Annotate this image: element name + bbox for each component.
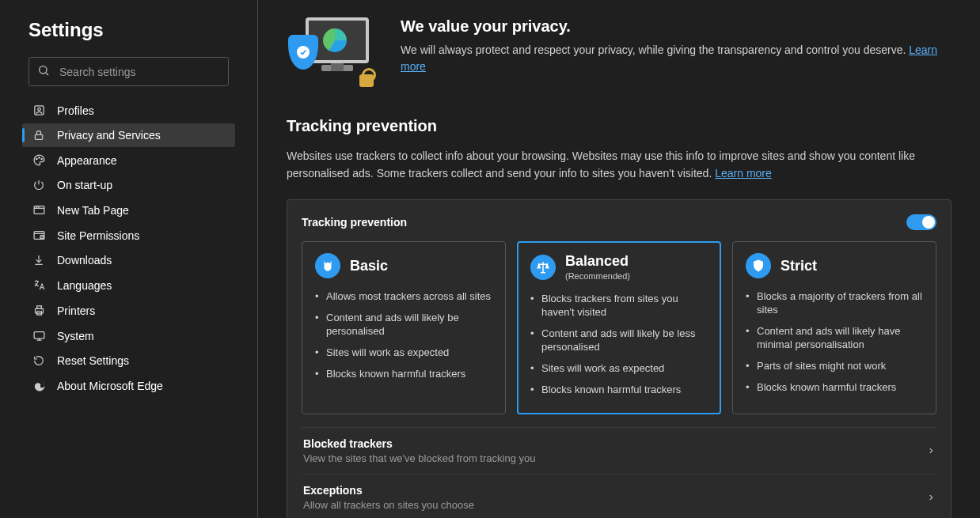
settings-sidebar: Settings Profiles Privacy and Services A… xyxy=(0,0,258,518)
svg-point-7 xyxy=(40,158,41,159)
sidebar-item-privacy[interactable]: Privacy and Services xyxy=(22,123,235,147)
svg-rect-17 xyxy=(36,306,41,309)
card-point: Blocks known harmful trackers xyxy=(530,380,708,401)
sidebar-item-label: Printers xyxy=(57,304,95,317)
tracking-level-cards: Basic Allows most trackers across all si… xyxy=(302,241,936,414)
sidebar-nav: Profiles Privacy and Services Appearance… xyxy=(0,97,257,399)
sidebar-item-label: System xyxy=(57,330,94,342)
permissions-icon xyxy=(32,229,46,242)
newtab-icon xyxy=(32,203,46,217)
svg-point-5 xyxy=(36,158,36,159)
sidebar-item-printers[interactable]: Printers xyxy=(22,298,235,323)
sidebar-item-profiles[interactable]: Profiles xyxy=(22,98,235,123)
exceptions-row[interactable]: Exceptions Allow all trackers on sites y… xyxy=(302,474,936,518)
sidebar-item-label: Appearance xyxy=(57,154,117,167)
privacy-hero: We value your privacy. We will always pr… xyxy=(287,17,952,89)
power-icon xyxy=(32,179,46,191)
sidebar-item-label: Languages xyxy=(57,279,112,292)
search-box[interactable] xyxy=(28,57,229,86)
tracking-section-title: Tracking prevention xyxy=(287,117,952,135)
printer-icon xyxy=(32,304,46,317)
sidebar-item-system[interactable]: System xyxy=(22,323,235,348)
profile-icon xyxy=(32,104,46,117)
reset-icon xyxy=(32,354,46,367)
page-title: Settings xyxy=(0,19,257,57)
hero-body: We will always protect and respect your … xyxy=(401,42,952,75)
card-subtitle: (Recommended) xyxy=(565,271,630,281)
svg-line-1 xyxy=(46,73,48,75)
svg-point-0 xyxy=(40,66,47,74)
sidebar-item-label: About Microsoft Edge xyxy=(57,380,163,392)
row-title: Blocked trackers xyxy=(303,437,535,450)
tracking-card-balanced[interactable]: Balanced (Recommended) Blocks trackers f… xyxy=(517,241,721,414)
row-subtitle: View the sites that we've blocked from t… xyxy=(303,452,535,464)
blocked-trackers-row[interactable]: Blocked trackers View the sites that we'… xyxy=(302,427,936,474)
svg-point-6 xyxy=(38,157,39,158)
card-point: Blocks known harmful trackers xyxy=(746,377,923,399)
card-point: Sites will work as expected xyxy=(530,358,708,380)
tracking-panel-label: Tracking prevention xyxy=(302,216,407,229)
svg-rect-8 xyxy=(34,206,44,214)
search-icon xyxy=(37,64,50,79)
card-title: Basic xyxy=(350,258,388,274)
download-icon xyxy=(32,254,46,267)
sidebar-item-label: Profiles xyxy=(57,104,94,117)
tracking-panel: Tracking prevention Basic Allows most tr… xyxy=(287,199,952,518)
edge-icon xyxy=(32,379,46,392)
card-point: Blocks a majority of trackers from all s… xyxy=(746,286,923,321)
balanced-level-icon xyxy=(530,255,556,280)
sidebar-item-appearance[interactable]: Appearance xyxy=(22,148,235,172)
hero-title: We value your privacy. xyxy=(401,17,952,36)
sidebar-item-label: On start-up xyxy=(57,179,112,191)
card-title: Strict xyxy=(781,258,817,274)
sidebar-item-label: Reset Settings xyxy=(57,354,129,367)
sidebar-item-downloads[interactable]: Downloads xyxy=(22,248,235,272)
sidebar-item-newtab[interactable]: New Tab Page xyxy=(22,198,235,222)
card-point: Blocks known harmful trackers xyxy=(315,364,492,385)
row-title: Exceptions xyxy=(303,484,474,497)
lock-icon xyxy=(32,129,46,142)
strict-level-icon xyxy=(746,253,771,278)
chevron-right-icon xyxy=(927,445,935,456)
chevron-right-icon xyxy=(927,492,935,503)
svg-rect-4 xyxy=(35,134,42,139)
card-point: Content and ads will likely have minimal… xyxy=(746,321,923,356)
sidebar-item-label: Site Permissions xyxy=(57,229,139,242)
svg-rect-19 xyxy=(34,332,44,339)
tracking-card-basic[interactable]: Basic Allows most trackers across all si… xyxy=(302,241,506,414)
sidebar-item-startup[interactable]: On start-up xyxy=(22,173,235,197)
sidebar-item-about[interactable]: About Microsoft Edge xyxy=(22,373,235,398)
card-point: Sites will work as expected xyxy=(315,342,492,364)
privacy-illustration xyxy=(287,17,382,89)
card-point: Content and ads will likely be less pers… xyxy=(530,323,708,358)
basic-level-icon xyxy=(315,253,340,278)
search-input[interactable] xyxy=(59,66,220,78)
sidebar-item-label: Privacy and Services xyxy=(57,129,161,142)
tracking-section-desc: Websites use trackers to collect info ab… xyxy=(287,148,952,182)
language-icon xyxy=(32,278,46,292)
sidebar-item-label: New Tab Page xyxy=(57,204,129,217)
card-point: Blocks trackers from sites you haven't v… xyxy=(530,289,708,323)
card-title: Balanced xyxy=(565,253,630,270)
appearance-icon xyxy=(32,153,46,167)
sidebar-item-languages[interactable]: Languages xyxy=(22,273,235,297)
sidebar-item-sitepermissions[interactable]: Site Permissions xyxy=(22,223,235,248)
content-area: We value your privacy. We will always pr… xyxy=(258,0,980,518)
sidebar-item-reset[interactable]: Reset Settings xyxy=(22,349,235,372)
svg-point-3 xyxy=(37,108,40,111)
tracking-card-strict[interactable]: Strict Blocks a majority of trackers fro… xyxy=(732,241,936,414)
sidebar-item-label: Downloads xyxy=(57,254,112,267)
card-point: Allows most trackers across all sites xyxy=(315,286,492,308)
card-point: Parts of sites might not work xyxy=(746,356,923,377)
row-subtitle: Allow all trackers on sites you choose xyxy=(303,499,474,511)
tracking-toggle[interactable] xyxy=(906,214,936,230)
card-point: Content and ads will likely be personali… xyxy=(315,308,492,342)
tracking-learn-more-link[interactable]: Learn more xyxy=(715,167,772,180)
system-icon xyxy=(32,329,46,342)
